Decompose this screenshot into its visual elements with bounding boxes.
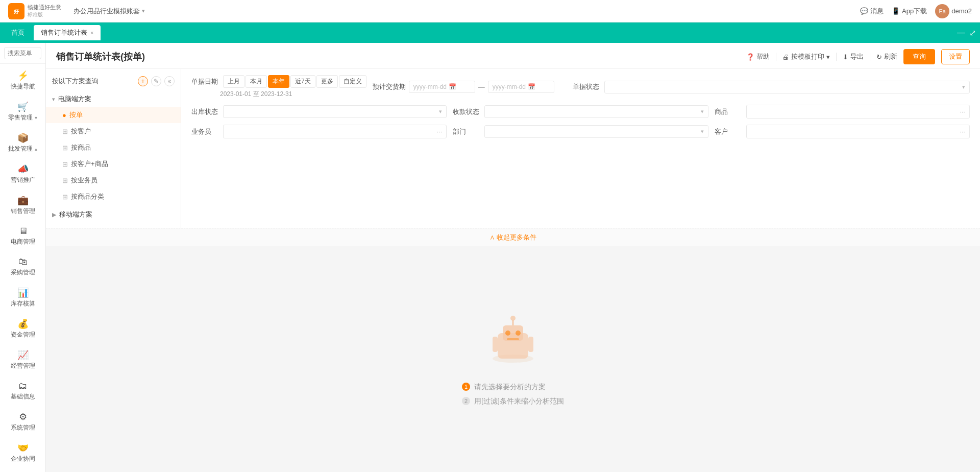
sidebar-search-area [0,43,45,64]
messages-label: 消息 [870,7,884,16]
tab-home[interactable]: 首页 [4,25,32,40]
tab-home-label: 首页 [11,28,24,37]
filter-doc-status-item: 单据状态 ▾ [573,81,970,93]
settings-button[interactable]: 设置 [941,49,970,64]
page-selector-dropdown-icon: ▾ [142,8,145,14]
filter-staff-item: 业务员 ··· [191,125,447,138]
app-download-button[interactable]: 📱 App下载 [892,7,927,16]
tab-close-icon[interactable]: × [90,30,93,36]
customer-select[interactable]: ··· [746,125,970,138]
scheme-group-mobile-header[interactable]: ▶ 移动端方案 [46,207,181,222]
ship-status-select[interactable]: ▾ [223,105,447,118]
scheme-item-by-category[interactable]: ⊞ 按商品分类 [46,188,181,205]
sidebar-item-quick-nav[interactable]: ⚡ 快捷导航 [0,64,45,95]
goods-select[interactable]: ··· [746,105,970,119]
sidebar-item-wholesale[interactable]: 📦 批发管理 ▴ [0,126,45,157]
staff-more-icon[interactable]: ··· [436,128,442,135]
page-title: 销售订单统计表(按单) [56,51,145,63]
search-input[interactable] [4,47,41,59]
by-customer-label: 按客户 [71,127,91,136]
sidebar-item-ecommerce[interactable]: 🖥 电商管理 [0,220,45,250]
page-header: 销售订单统计表(按单) ❓ 帮助 🖨 按模板打印 ▾ ⬇ 导出 [46,43,980,69]
help-button[interactable]: ❓ 帮助 [746,52,770,61]
operations-icon: 📈 [2,349,43,361]
by-customer-icon: ⊞ [62,128,68,135]
tab-maximize-button[interactable]: ⤢ [969,28,976,38]
sidebar-item-sales[interactable]: 💼 销售管理 [0,188,45,220]
logo-sub: 标准版 [28,11,61,18]
scheme-item-by-goods[interactable]: ⊞ 按商品 [46,139,181,156]
query-button[interactable]: 查询 [903,49,935,64]
staff-select[interactable]: ··· [223,125,447,138]
page-selector-label: 办公用品行业模拟账套 [74,7,140,16]
tab-sales-order[interactable]: 销售订单统计表 × [34,25,101,40]
scheme-edit-button[interactable]: ✎ [151,76,161,86]
sidebar-item-marketing[interactable]: 📣 营销推广 [0,157,45,188]
page-selector[interactable]: 办公用品行业模拟账套 ▾ [74,7,145,16]
doc-status-select[interactable]: ▾ [604,81,970,93]
date-custom-btn[interactable]: 自定义 [339,75,366,88]
scheme-collapse-button[interactable]: « [164,76,175,86]
logo-icon: 好 [8,3,24,19]
scheme-item-by-customer[interactable]: ⊞ 按客户 [46,123,181,139]
template-print-label: 按模板打印 [791,52,824,61]
date-7days-btn[interactable]: 近7天 [290,75,315,88]
sidebar-item-enterprise[interactable]: 🤝 企业协同 [0,436,45,467]
help-icon: ❓ [746,53,754,61]
svg-point-5 [505,331,510,336]
sidebar-item-inventory[interactable]: 📊 库存核算 [0,281,45,312]
scheme-group-pc-header[interactable]: ▾ 电脑端方案 [46,91,181,107]
collapse-row[interactable]: ∧ 收起更多条件 [46,228,980,246]
user-area[interactable]: Ea demo2 [935,4,972,18]
tab-bar: 首页 销售订单统计表 × — ⤢ [0,22,980,43]
goods-more-icon[interactable]: ··· [960,108,965,115]
filter-dept-item: 部门 ▾ [453,125,708,138]
doc-status-label: 单据状态 [573,82,601,91]
divider1 [776,53,776,61]
expected-date-to-input[interactable]: yyyy-mm-dd 📅 [488,81,554,93]
expected-date-from-input[interactable]: yyyy-mm-dd 📅 [409,81,475,93]
sidebar-item-retail[interactable]: 🛒 零售管理 ▾ [0,95,45,126]
basics-label: 基础信息 [11,393,35,400]
customer-more-icon[interactable]: ··· [960,128,965,135]
empty-illustration [482,310,544,371]
tab-minimize-button[interactable]: — [957,28,965,37]
scheme-item-by-order[interactable]: ● 按单 [46,107,181,123]
export-button[interactable]: ⬇ 导出 [843,52,864,61]
scheme-item-by-customer-goods[interactable]: ⊞ 按客户+商品 [46,156,181,172]
date-this-year-btn[interactable]: 本年 [268,75,289,88]
template-print-button[interactable]: 🖨 按模板打印 ▾ [782,52,830,61]
finance-icon: 💰 [2,318,43,329]
tab-bar-actions: — ⤢ [957,28,976,38]
sidebar-item-operations[interactable]: 📈 经营管理 [0,343,45,374]
divider2 [836,53,837,61]
scheme-group-pc: ▾ 电脑端方案 ● 按单 ⊞ 按客户 ⊞ 按商品 [46,91,181,205]
scheme-group-mobile: ▶ 移动端方案 [46,207,181,222]
date-more-btn[interactable]: 更多 [316,75,338,88]
empty-state: 1 请先选择要分析的方案 2 用[过滤]条件来缩小分析范围 [46,246,980,472]
sidebar-item-finance[interactable]: 💰 资金管理 [0,312,45,343]
svg-rect-9 [528,337,533,352]
messages-button[interactable]: 💬 消息 [860,7,884,16]
refresh-button[interactable]: ↻ 刷新 [876,52,897,61]
sidebar-item-basics[interactable]: 🗂 基础信息 [0,374,45,405]
sales-icon: 💼 [2,195,43,206]
calendar-icon2: 📅 [528,83,535,90]
receipt-status-select[interactable]: ▾ [484,105,708,118]
dept-select[interactable]: ▾ [484,125,708,138]
by-staff-icon: ⊞ [62,177,68,184]
sales-label: 销售管理 [11,207,35,215]
help-label: 帮助 [756,52,770,61]
logo-name: 畅捷通好生意 [28,4,61,11]
sidebar-item-purchase[interactable]: 🛍 采购管理 [0,250,45,281]
print-icon: 🖨 [782,53,789,61]
sidebar-item-newuser[interactable]: 🌱 新手引导 [0,467,45,472]
scheme-add-button[interactable]: + [138,76,148,86]
pc-group-label: 电脑端方案 [58,95,91,104]
sidebar-item-system[interactable]: ⚙ 系统管理 [0,405,45,436]
scheme-item-by-staff[interactable]: ⊞ 按业务员 [46,172,181,188]
svg-point-6 [516,331,521,336]
date-this-month-btn[interactable]: 本月 [246,75,267,88]
system-icon: ⚙ [2,411,43,422]
date-last-month-btn[interactable]: 上月 [223,75,244,88]
